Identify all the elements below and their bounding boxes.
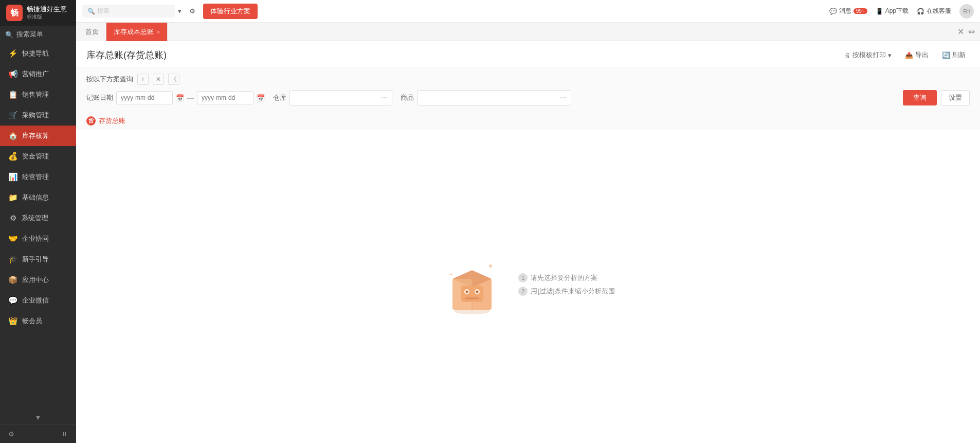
wechat-icon: 💬 (8, 296, 18, 305)
sidebar: 畅 畅捷通好生意 标准版 🔍 搜索菜单 ⚡ 快捷导航 📢 营销推广 📋 销售管理… (0, 0, 76, 443)
expand-panel-icon[interactable]: ⇔ (968, 27, 975, 37)
date-start-input[interactable] (116, 91, 173, 104)
tab-inventory-cost[interactable]: 库存成本总账 × (106, 23, 168, 41)
sidebar-item-basic[interactable]: 📁 基础信息 (0, 187, 76, 208)
sidebar-item-sales[interactable]: 📋 销售管理 (0, 84, 76, 105)
app-name: 畅捷通好生意 (27, 5, 67, 14)
sidebar-item-label: 采购管理 (22, 111, 49, 120)
app-download-item[interactable]: 📱 App下载 (876, 7, 909, 15)
sidebar-item-label: 企业协同 (22, 234, 49, 243)
product-select[interactable]: ··· (417, 90, 571, 105)
footer-settings-icon[interactable]: ⚙ (8, 430, 14, 438)
logo-icon: 畅 (6, 5, 23, 21)
export-icon: 📤 (905, 51, 913, 59)
tab-home[interactable]: 首页 (78, 23, 106, 41)
page-header: 库存总账(存货总账) 🖨 按模板打印 ▾ 📤 导出 🔄 刷新 (76, 41, 980, 67)
sidebar-item-label: 系统管理 (22, 214, 48, 223)
scheme-label: 存货总账 (99, 116, 125, 126)
sidebar-footer: ⚙ ⏸ (0, 424, 76, 443)
date-end-input[interactable] (197, 91, 253, 104)
filter-add-btn[interactable]: + (137, 74, 149, 85)
date-filter: 记账日期 📅 — 📅 (86, 91, 265, 104)
product-label: 商品 (401, 93, 414, 102)
svg-text:✦: ✦ (449, 272, 453, 277)
svg-rect-12 (465, 297, 479, 299)
sidebar-item-label: 经营管理 (22, 172, 49, 182)
inventory-icon: 🏠 (8, 131, 18, 140)
sidebar-item-enterprise[interactable]: 🤝 企业协同 (0, 228, 76, 249)
sidebar-item-marketing[interactable]: 📢 营销推广 (0, 64, 76, 84)
search-button[interactable]: 查询 (903, 90, 937, 105)
topbar-dropdown[interactable]: ▾ (178, 7, 182, 15)
print-btn[interactable]: 🖨 按模板打印 ▾ (840, 48, 896, 62)
footer-sound-icon[interactable]: ⏸ (61, 430, 68, 438)
app-badge: 标准版 (27, 13, 67, 21)
sidebar-item-inventory[interactable]: 🏠 库存核算 (0, 126, 76, 146)
more-icon: ··· (560, 93, 567, 102)
svg-text:✦: ✦ (487, 262, 494, 270)
user-name: Rit (963, 8, 970, 14)
refresh-icon: 🔄 (942, 51, 950, 59)
purchase-icon: 🛒 (8, 111, 18, 120)
filter-collapse-btn[interactable]: 《 (168, 74, 179, 85)
sidebar-item-appstore[interactable]: 📦 应用中心 (0, 270, 76, 290)
empty-text: 1 请先选择要分析的方案 2 用[过滤]条件来缩小分析范围 (518, 273, 614, 300)
tab-label: 首页 (85, 27, 99, 37)
sidebar-item-newbie[interactable]: 🎓 新手引导 (0, 249, 76, 270)
refresh-btn[interactable]: 🔄 刷新 (938, 48, 970, 62)
sidebar-item-quick-nav[interactable]: ⚡ 快捷导航 (0, 43, 76, 64)
date-dash: — (187, 94, 194, 102)
topbar-search-box[interactable]: 🔍 搜索 (82, 5, 175, 17)
collapse-icon: 《 (171, 75, 177, 84)
filter-close-btn[interactable]: ✕ (153, 74, 164, 85)
more-icon: ··· (381, 93, 388, 102)
message-item[interactable]: 💬 消息 99+ (829, 7, 867, 15)
tab-close-icon[interactable]: × (157, 29, 160, 35)
setting-button[interactable]: 设置 (941, 90, 970, 105)
topbar-settings-button[interactable]: ⚙ (185, 4, 200, 19)
filter-header: 按以下方案查询 + ✕ 《 (86, 74, 970, 85)
sidebar-item-system[interactable]: ⚙ 系统管理 (0, 208, 76, 228)
export-btn[interactable]: 📤 导出 (901, 48, 933, 62)
online-support-item[interactable]: 🎧 在线客服 (917, 7, 951, 15)
sidebar-item-label: 资金管理 (22, 152, 49, 161)
calendar-start-icon[interactable]: 📅 (176, 94, 184, 102)
page-title: 库存总账(存货总账) (86, 49, 167, 61)
sidebar-item-purchase[interactable]: 🛒 采购管理 (0, 105, 76, 126)
search-icon: 🔍 (5, 31, 13, 39)
sidebar-search-item[interactable]: 🔍 搜索菜单 (0, 26, 76, 43)
message-icon: 💬 (829, 8, 837, 15)
empty-step1: 请先选择要分析的方案 (531, 273, 597, 282)
topbar-left: 🔍 搜索 ▾ ⚙ 体验行业方案 (82, 4, 825, 19)
sidebar-scroll-down[interactable]: ▼ (0, 411, 76, 424)
sidebar-item-label: 销售管理 (22, 90, 49, 99)
main-area: 🔍 搜索 ▾ ⚙ 体验行业方案 💬 消息 99+ 📱 App下载 🎧 (76, 0, 980, 443)
svg-rect-7 (461, 286, 483, 302)
svg-point-11 (476, 291, 479, 293)
empty-step2: 用[过滤]条件来缩小分析范围 (531, 287, 614, 296)
scheme-dot: 货 (86, 116, 96, 126)
sales-icon: 📋 (8, 90, 18, 99)
close-panel-icon[interactable]: ✕ (957, 27, 964, 37)
sidebar-item-label: 快捷导航 (22, 49, 49, 58)
scheme-item[interactable]: 货 存货总账 (86, 112, 970, 130)
sidebar-item-wechat[interactable]: 💬 企业微信 (0, 290, 76, 311)
warehouse-select[interactable]: ··· (289, 90, 392, 105)
sidebar-item-management[interactable]: 📊 经营管理 (0, 167, 76, 187)
appstore-icon: 📦 (8, 275, 18, 285)
search-placeholder: 搜索 (97, 7, 110, 15)
sidebar-item-label: 应用中心 (22, 275, 49, 285)
refresh-label: 刷新 (952, 50, 966, 60)
online-support-label: 在线客服 (927, 7, 951, 15)
sidebar-item-finance[interactable]: 💰 资金管理 (0, 146, 76, 167)
tabs-bar: 首页 库存成本总账 × ✕ ⇔ (76, 23, 980, 41)
sidebar-item-member[interactable]: 👑 畅会员 (0, 311, 76, 331)
calendar-end-icon[interactable]: 📅 (257, 94, 265, 102)
sidebar-item-label: 营销推广 (22, 69, 49, 79)
svg-point-10 (466, 291, 468, 293)
industry-btn[interactable]: 体验行业方案 (203, 4, 258, 19)
message-badge: 99+ (854, 8, 867, 14)
page-actions: 🖨 按模板打印 ▾ 📤 导出 🔄 刷新 (840, 48, 970, 62)
sidebar-item-label: 基础信息 (22, 193, 49, 202)
user-profile[interactable]: Rit (959, 4, 974, 19)
